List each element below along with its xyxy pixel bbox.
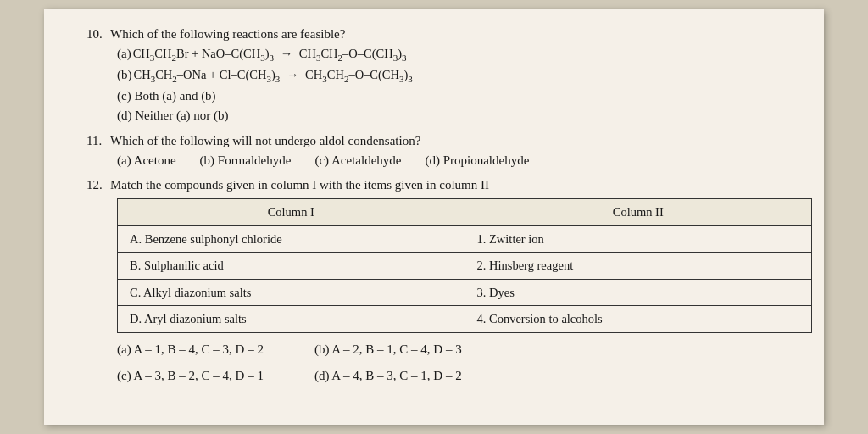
row3-col2: 3. Dyes bbox=[465, 279, 812, 305]
col2-header: Column II bbox=[465, 199, 812, 225]
q10-option-c: (c) Both (a) and (b) bbox=[86, 86, 790, 106]
question-11: 11. Which of the following will not unde… bbox=[86, 131, 790, 171]
table-row: B. Sulphanilic acid 2. Hinsberg reagent bbox=[118, 253, 812, 279]
q12-text: Match the compounds given in column I wi… bbox=[110, 175, 790, 195]
q11-options-inline: (a) Acetone (b) Formaldehyde (c) Acetald… bbox=[86, 151, 790, 170]
table-row: D. Aryl diazonium salts 4. Conversion to… bbox=[118, 306, 812, 332]
exam-page: 10. Which of the following reactions are… bbox=[44, 9, 824, 425]
q11-number: 11. bbox=[86, 131, 108, 151]
q11-opt-c: (c) Acetaldehyde bbox=[314, 151, 401, 170]
row1-col2: 1. Zwitter ion bbox=[465, 225, 812, 252]
q10-opt-c-label: (c) Both (a) and (b) bbox=[117, 86, 216, 106]
match-table: Column I Column II A. Benzene sulphonyl … bbox=[117, 198, 812, 332]
row2-col1: B. Sulphanilic acid bbox=[118, 253, 465, 279]
q12-ans-a: (a) A – 1, B – 4, C – 3, D – 2 bbox=[117, 340, 264, 359]
q12-ans-b: (b) A – 2, B – 1, C – 4, D – 3 bbox=[314, 340, 462, 359]
q10-opt-a-chem: CH3CH2Br + NaO–C(CH3)3 → CH3CH2–O–C(CH3)… bbox=[133, 44, 407, 65]
col1-header: Column I bbox=[118, 199, 465, 225]
row4-col1: D. Aryl diazonium salts bbox=[118, 306, 465, 332]
q10-option-a: (a) CH3CH2Br + NaO–C(CH3)3 → CH3CH2–O–C(… bbox=[86, 44, 790, 65]
q10-option-b: (b) CH3CH2–ONa + Cl–C(CH3)3 → CH3CH2–O–C… bbox=[86, 65, 790, 86]
q12-ans-d: (d) A – 4, B – 3, C – 1, D – 2 bbox=[314, 366, 462, 386]
q12-ans-c: (c) A – 3, B – 2, C – 4, D – 1 bbox=[117, 366, 264, 386]
q10-opt-b-chem: CH3CH2–ONa + Cl–C(CH3)3 → CH3CH2–O–C(CH3… bbox=[134, 65, 413, 86]
table-row: C. Alkyl diazonium salts 3. Dyes bbox=[118, 279, 812, 305]
q12-number: 12. bbox=[86, 175, 108, 195]
question-12: 12. Match the compounds given in column … bbox=[86, 175, 790, 386]
q10-option-d: (d) Neither (a) nor (b) bbox=[86, 106, 790, 125]
q11-text: Which of the following will not undergo … bbox=[110, 131, 790, 151]
q10-opt-b-label: (b) bbox=[117, 65, 132, 86]
q10-text: Which of the following reactions are fea… bbox=[110, 25, 790, 44]
q11-opt-a: (a) Acetone bbox=[117, 151, 176, 170]
q12-answers-row2: (c) A – 3, B – 2, C – 4, D – 1 (d) A – 4… bbox=[86, 366, 790, 386]
q11-opt-b: (b) Formaldehyde bbox=[200, 151, 292, 170]
q11-opt-d: (d) Propionaldehyde bbox=[425, 151, 529, 170]
table-row: A. Benzene sulphonyl chloride 1. Zwitter… bbox=[118, 225, 812, 252]
row1-col1: A. Benzene sulphonyl chloride bbox=[118, 225, 465, 252]
q10-opt-d-label: (d) Neither (a) nor (b) bbox=[117, 106, 229, 125]
q10-opt-a-label: (a) bbox=[117, 44, 131, 65]
question-10: 10. Which of the following reactions are… bbox=[86, 25, 790, 126]
row2-col2: 2. Hinsberg reagent bbox=[465, 253, 812, 279]
q10-number: 10. bbox=[86, 25, 108, 44]
row3-col1: C. Alkyl diazonium salts bbox=[118, 279, 465, 305]
row4-col2: 4. Conversion to alcohols bbox=[465, 306, 812, 332]
q12-answers: (a) A – 1, B – 4, C – 3, D – 2 (b) A – 2… bbox=[86, 340, 790, 359]
